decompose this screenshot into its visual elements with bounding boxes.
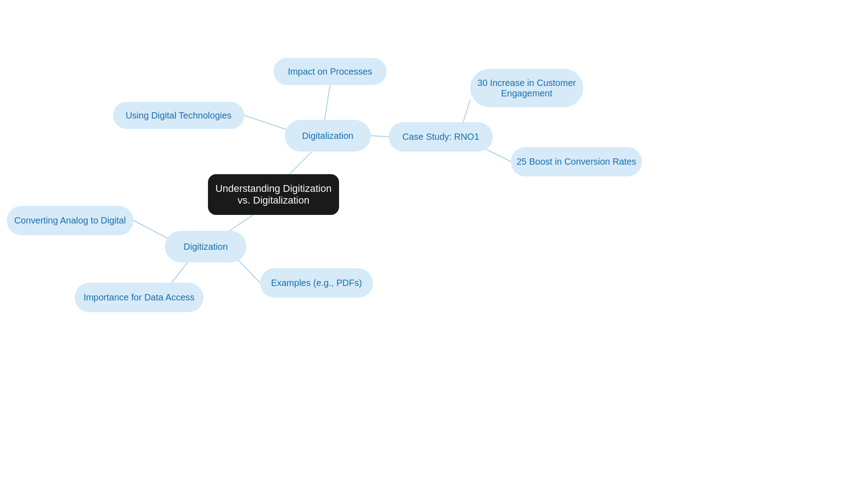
converting-label: Converting Analog to Digital — [14, 215, 126, 226]
digitization-label: Digitization — [184, 242, 228, 252]
digitization-node[interactable]: Digitization — [165, 231, 246, 262]
examples-node[interactable]: Examples (e.g., PDFs) — [260, 268, 373, 298]
converting-node[interactable]: Converting Analog to Digital — [7, 206, 133, 235]
casestudy-label: Case Study: RNO1 — [402, 132, 479, 142]
increase30-node[interactable]: 30 Increase in Customer Engagement — [470, 69, 583, 107]
digitalization-node[interactable]: Digitalization — [285, 120, 371, 152]
examples-label: Examples (e.g., PDFs) — [271, 278, 362, 288]
impact-node[interactable]: Impact on Processes — [274, 58, 387, 85]
svg-line-4 — [371, 136, 389, 137]
using-label: Using Digital Technologies — [126, 110, 231, 121]
casestudy-node[interactable]: Case Study: RNO1 — [389, 122, 493, 152]
root-label: Understanding Digitization vs. Digitaliz… — [208, 183, 339, 206]
boost25-node[interactable]: 25 Boost in Conversion Rates — [511, 147, 642, 176]
increase30-label: 30 Increase in Customer Engagement — [470, 78, 583, 99]
svg-line-2 — [325, 85, 330, 120]
boost25-label: 25 Boost in Conversion Rates — [517, 157, 637, 167]
importance-node[interactable]: Importance for Data Access — [75, 283, 203, 312]
svg-line-3 — [244, 115, 292, 131]
using-node[interactable]: Using Digital Technologies — [113, 102, 244, 129]
digitalization-label: Digitalization — [302, 131, 353, 141]
impact-label: Impact on Processes — [288, 67, 373, 77]
root-node[interactable]: Understanding Digitization vs. Digitaliz… — [208, 174, 339, 215]
importance-label: Importance for Data Access — [84, 292, 195, 303]
